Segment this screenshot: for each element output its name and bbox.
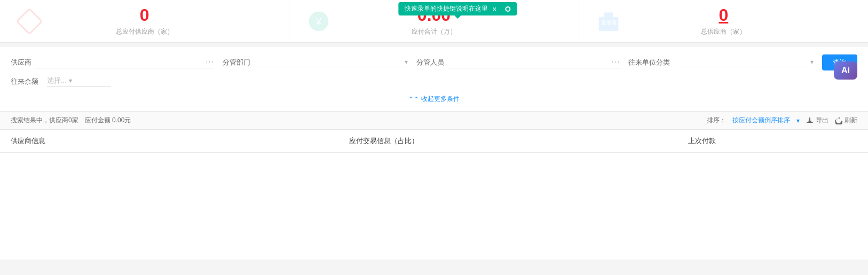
top-stats-section: 0 总应付供应商（家） ¥ 快速录单的快捷键说明在这里 × 0.00 应付合计（… — [0, 0, 868, 43]
collapse-up-icon: ⌃⌃ — [408, 96, 419, 103]
svg-rect-7 — [612, 20, 616, 25]
svg-rect-0 — [17, 9, 42, 34]
tooltip-bar: 快速录单的快捷键说明在这里 × — [398, 2, 517, 15]
balance-label: 往来余额 — [11, 77, 38, 87]
unit-class-arrow-icon: ▾ — [810, 58, 814, 66]
search-row-1: 供应商 ··· 分管部门 ▾ 分管人员 ··· 往来单位分类 — [11, 54, 857, 70]
tooltip-text: 快速录单的快捷键说明在这里 — [405, 4, 488, 13]
balance-select[interactable]: 选择... ▾ — [47, 76, 111, 87]
stat-block-payable-suppliers: 0 总应付供应商（家） — [0, 0, 289, 42]
dept-dropdown[interactable]: ▾ — [255, 58, 408, 67]
result-bar-right: 排序： 按应付会额倒序排序 ▾ 导出 刷新 — [707, 116, 857, 125]
dept-label: 分管部门 — [223, 58, 250, 67]
result-bar: 搜索结果中，供应商0家 应付金额 0.00元 排序： 按应付会额倒序排序 ▾ 导… — [0, 112, 868, 130]
sort-label: 排序： — [707, 116, 726, 125]
person-dots-button[interactable]: ··· — [611, 57, 620, 67]
building-icon — [595, 8, 622, 35]
dept-arrow-icon: ▾ — [405, 58, 408, 66]
refresh-icon — [835, 117, 842, 124]
result-summary: 搜索结果中，供应商0家 — [11, 116, 78, 125]
export-label: 导出 — [816, 116, 828, 125]
unit-class-field: 往来单位分类 ▾ — [628, 58, 814, 67]
export-button[interactable]: 导出 — [806, 116, 828, 125]
total-suppliers-number: 0 — [719, 6, 728, 25]
col-last-payment: 上次付款 — [688, 136, 857, 146]
stat-block-payable-total: ¥ 快速录单的快捷键说明在这里 × 0.00 应付合计（万） — [289, 0, 579, 42]
collapse-button[interactable]: ⌃⌃ 收起更多条件 — [408, 95, 460, 104]
result-bar-left: 搜索结果中，供应商0家 应付金额 0.00元 — [11, 116, 131, 125]
supplier-field: 供应商 ··· — [11, 57, 214, 68]
svg-rect-4 — [604, 12, 613, 18]
col-supplier-info: 供应商信息 — [11, 136, 349, 146]
search-area: 供应商 ··· 分管部门 ▾ 分管人员 ··· 往来单位分类 — [0, 47, 868, 112]
unit-class-dropdown[interactable]: ▾ — [674, 58, 814, 67]
svg-rect-5 — [602, 20, 605, 25]
refresh-label: 刷新 — [845, 116, 857, 125]
balance-arrow-icon: ▾ — [69, 77, 72, 84]
supplier-dots-button[interactable]: ··· — [206, 57, 214, 67]
ai-badge-button[interactable]: Ai — [834, 61, 857, 80]
stat-block-total-suppliers: 0 总供应商（家） — [579, 0, 868, 42]
person-input-wrap: ··· — [448, 57, 620, 68]
export-icon — [806, 117, 814, 124]
tooltip-dot — [506, 6, 511, 12]
person-input[interactable] — [448, 58, 609, 66]
payable-suppliers-number: 0 — [140, 6, 149, 25]
balance-field: 往来余额 选择... ▾ — [11, 76, 111, 87]
svg-text:¥: ¥ — [315, 15, 322, 27]
search-row-2: 往来余额 选择... ▾ — [11, 76, 857, 87]
refresh-button[interactable]: 刷新 — [835, 116, 857, 125]
sort-arrow-icon[interactable]: ▾ — [796, 117, 800, 124]
collapse-row: ⌃⌃ 收起更多条件 — [11, 92, 857, 108]
supplier-input[interactable] — [36, 58, 203, 66]
tooltip-close-button[interactable]: × — [492, 5, 496, 13]
unit-class-label: 往来单位分类 — [628, 58, 670, 67]
pig-icon: ¥ — [305, 8, 332, 35]
table-body — [0, 153, 868, 260]
person-field: 分管人员 ··· — [416, 57, 620, 68]
sort-value[interactable]: 按应付会额倒序排序 — [732, 116, 790, 125]
supplier-label: 供应商 — [11, 58, 31, 67]
col-payable-info: 应付交易信息（占比） — [349, 136, 688, 146]
payable-suppliers-label: 总应付供应商（家） — [116, 27, 173, 36]
result-amount: 应付金额 0.00元 — [85, 116, 131, 125]
payable-total-label: 应付合计（万） — [412, 27, 456, 36]
collapse-label: 收起更多条件 — [421, 95, 460, 104]
dept-field: 分管部门 ▾ — [223, 58, 408, 67]
svg-rect-6 — [607, 20, 611, 25]
person-label: 分管人员 — [416, 58, 444, 67]
supplier-input-wrap: ··· — [36, 57, 214, 68]
diamond-icon — [16, 8, 43, 35]
table-header: 供应商信息 应付交易信息（占比） 上次付款 — [0, 130, 868, 153]
total-suppliers-label: 总供应商（家） — [701, 27, 746, 36]
balance-placeholder: 选择... — [47, 76, 67, 85]
